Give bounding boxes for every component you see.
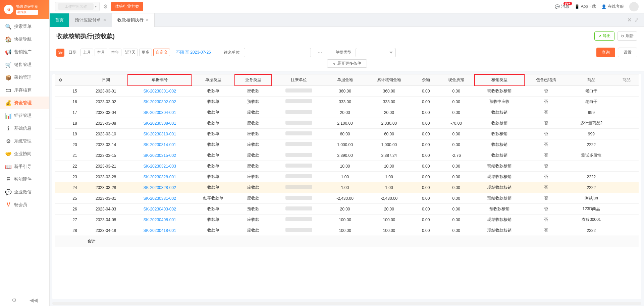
cell-billno[interactable]: SK-20230408-001 bbox=[128, 215, 192, 225]
sidebar-item-marketing[interactable]: 📢 营销推广 bbox=[0, 46, 49, 58]
this-month-btn[interactable]: 本月 bbox=[95, 49, 107, 56]
cell-balance: 0.00 bbox=[414, 107, 438, 118]
bill-no-link[interactable]: SK-20230315-002 bbox=[143, 153, 176, 158]
sidebar-item-member[interactable]: V 畅会员 bbox=[0, 198, 49, 211]
col-goods-header[interactable]: 商品 bbox=[568, 74, 615, 86]
col-settings-header[interactable]: ⚙ bbox=[55, 74, 66, 86]
col-amount-header[interactable]: 单据金额 bbox=[326, 74, 364, 86]
bill-no-link[interactable]: SK-20230408-001 bbox=[143, 218, 176, 222]
col-includesettled-header[interactable]: 包含已结清 bbox=[525, 74, 568, 86]
cell-billno[interactable]: SK-20230315-002 bbox=[128, 150, 192, 161]
cell-billno[interactable]: SK-20230301-002 bbox=[128, 86, 192, 97]
sidebar-item-system[interactable]: ⚙ 系统管理 bbox=[0, 135, 49, 147]
cell-billno[interactable]: SK-20230310-001 bbox=[128, 129, 192, 139]
bill-type-filter-select[interactable] bbox=[356, 48, 396, 57]
table-row: 232023-03-28SK-20230328-001收款单应收款1.001.0… bbox=[55, 172, 639, 182]
tab-payables-close[interactable]: ✕ bbox=[103, 18, 106, 22]
export-button[interactable]: ↗ 导出 bbox=[594, 32, 614, 41]
bill-no-link[interactable]: SK-20230301-002 bbox=[143, 89, 176, 94]
app-download-button[interactable]: 📱 App下载 bbox=[575, 4, 596, 9]
sidebar-item-inventory[interactable]: 🗃 库存核算 bbox=[0, 84, 49, 97]
col-billno-header[interactable]: 单据编号 bbox=[128, 74, 192, 86]
sidebar-item-search[interactable]: 🔍 搜索菜单 bbox=[0, 20, 49, 33]
bill-no-link[interactable]: SK-20230304-001 bbox=[143, 110, 176, 115]
cell-billno[interactable]: SK-20230308-001 bbox=[128, 118, 192, 129]
refresh-button[interactable]: ↻ 刷新 bbox=[617, 32, 637, 41]
partner-filter-dots[interactable]: ··· bbox=[315, 50, 325, 56]
bill-no-link[interactable]: SK-20230302-002 bbox=[143, 100, 176, 104]
col-writeoff-header[interactable]: 累计核销金额 bbox=[364, 74, 414, 86]
bill-no-link[interactable]: SK-20230328-001 bbox=[143, 175, 176, 179]
bill-no-link[interactable]: SK-20230331-002 bbox=[143, 196, 176, 201]
last-7days-btn[interactable]: 近7天 bbox=[123, 49, 138, 56]
tab-close-all-icon[interactable]: ✕ bbox=[627, 17, 632, 23]
cell-billno[interactable]: SK-20230304-001 bbox=[128, 107, 192, 118]
last-month-btn[interactable]: 上月 bbox=[80, 49, 93, 56]
collapse-icon[interactable]: ◀◀ bbox=[30, 297, 38, 303]
sidebar-item-purchase[interactable]: 📦 采购管理 bbox=[0, 71, 49, 84]
col-settings-icon[interactable]: ⚙ bbox=[59, 78, 62, 82]
filter-expand-button[interactable]: ≫ bbox=[56, 49, 64, 57]
cell-billno[interactable]: SK-20230302-002 bbox=[128, 97, 192, 107]
tab-collection-close[interactable]: ✕ bbox=[146, 18, 149, 22]
bill-no-link[interactable]: SK-20230403-002 bbox=[143, 207, 176, 211]
table-container[interactable]: ⚙ 日期 单据编号 单据类型 业务类型 往来单位 单据金额 累计核销金额 余额 … bbox=[52, 74, 641, 299]
sidebar-item-quicknav[interactable]: 🏠 快捷导航 bbox=[0, 33, 49, 46]
col-partner-header[interactable]: 往来单位 bbox=[272, 74, 326, 86]
cell-writeoff: 360.00 bbox=[364, 86, 414, 97]
bill-no-link[interactable]: SK-20230328-002 bbox=[143, 185, 176, 190]
filter-settings-button[interactable]: 设置 bbox=[618, 48, 637, 57]
cell-partner bbox=[272, 204, 326, 215]
sidebar-item-finance[interactable]: 💰 资金管理 bbox=[0, 97, 49, 109]
online-service-button[interactable]: 👤 在线客服 bbox=[601, 4, 624, 9]
cell-billno[interactable]: SK-20230328-001 bbox=[128, 172, 192, 182]
col-biztype-header[interactable]: 业务类型 bbox=[235, 74, 272, 86]
tab-maximize-icon[interactable]: ⤢ bbox=[634, 17, 639, 23]
bill-no-link[interactable]: SK-20230418-001 bbox=[143, 228, 176, 233]
settings-bottom-icon[interactable]: ⚙ bbox=[12, 297, 16, 303]
cell-billno[interactable]: SK-20230314-001 bbox=[128, 139, 192, 150]
cell-includesettled: 否 bbox=[525, 225, 568, 236]
sidebar-item-sales[interactable]: 🛒 销售管理 bbox=[0, 58, 49, 71]
horizontal-scrollbar[interactable] bbox=[52, 302, 641, 305]
workspace-selector[interactable]: 工作空间名称 ▾ bbox=[55, 2, 100, 11]
expand-more-button[interactable]: ∨ 展开更多条件 bbox=[327, 59, 367, 68]
topbar-gear-icon[interactable]: ⚙ bbox=[102, 2, 109, 11]
cell-billno[interactable]: SK-20230403-002 bbox=[128, 204, 192, 215]
col-date-header[interactable]: 日期 bbox=[84, 74, 128, 86]
solution-button[interactable]: 体验行业方案 bbox=[111, 2, 143, 11]
cell-settings bbox=[55, 215, 66, 225]
more-date-btn[interactable]: 更多 bbox=[139, 49, 152, 56]
sidebar-item-hardware[interactable]: 🖥 智能硬件 bbox=[0, 173, 49, 186]
tab-payables-label: 预计应应付单 bbox=[75, 17, 101, 23]
col-writeofftype-header[interactable]: 核销类型 bbox=[475, 74, 525, 86]
partner-filter-input[interactable] bbox=[244, 48, 311, 57]
tab-collection[interactable]: 收款核销执行 ✕ bbox=[112, 13, 155, 27]
cell-billno[interactable]: SK-20230328-002 bbox=[128, 182, 192, 193]
col-balance-header[interactable]: 余额 bbox=[414, 74, 438, 86]
col-billtype-header[interactable]: 单据类型 bbox=[192, 74, 235, 86]
tab-home[interactable]: 首页 bbox=[50, 13, 69, 27]
cell-includesettled: 否 bbox=[525, 204, 568, 215]
bill-no-link[interactable]: SK-20230321-003 bbox=[143, 164, 176, 169]
refresh-icon: ↻ bbox=[621, 34, 624, 39]
col-cashdiscount-header[interactable]: 现金折扣 bbox=[438, 74, 475, 86]
sidebar-item-wechat[interactable]: 💬 企业微信 bbox=[0, 186, 49, 198]
sidebar-item-basic[interactable]: ℹ 基础信息 bbox=[0, 122, 49, 135]
bill-no-link[interactable]: SK-20230314-001 bbox=[143, 142, 176, 147]
messages-button[interactable]: 💬 消息 99+ bbox=[555, 4, 569, 9]
tab-payables[interactable]: 预计应应付单 ✕ bbox=[69, 13, 112, 27]
cell-billno[interactable]: SK-20230331-002 bbox=[128, 193, 192, 204]
bill-no-link[interactable]: SK-20230308-001 bbox=[143, 121, 176, 126]
col-goods2-header[interactable]: 商品 bbox=[615, 74, 639, 86]
cell-billno[interactable]: SK-20230321-003 bbox=[128, 161, 192, 172]
this-year-btn[interactable]: 本年 bbox=[109, 49, 121, 56]
cell-billno[interactable]: SK-20230418-001 bbox=[128, 225, 192, 236]
custom-date-btn[interactable]: 自定义 bbox=[153, 49, 170, 56]
sidebar-item-enterprise[interactable]: 🤝 企业协同 bbox=[0, 147, 49, 160]
bill-no-link[interactable]: SK-20230310-001 bbox=[143, 132, 176, 136]
query-button[interactable]: 查询 bbox=[596, 48, 615, 57]
sidebar-item-operations[interactable]: 📊 经营管理 bbox=[0, 109, 49, 122]
sidebar-item-guide[interactable]: 📖 新手引导 bbox=[0, 160, 49, 173]
user-avatar[interactable] bbox=[629, 2, 639, 11]
